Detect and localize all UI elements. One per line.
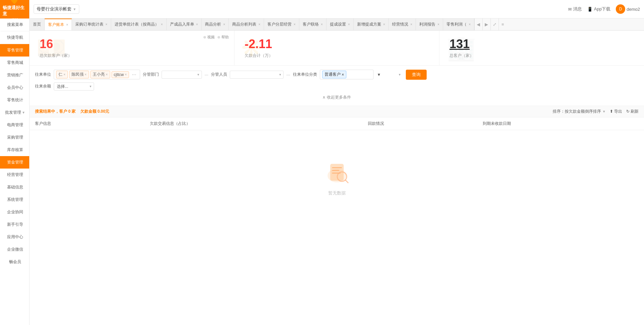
tab-customer-segment[interactable]: 客户分层经营 × — [264, 19, 299, 31]
tab-close-business-status[interactable]: × — [410, 23, 412, 26]
tab-close-product-inbound[interactable]: × — [196, 23, 198, 26]
manager-more-icon[interactable]: ··· — [286, 72, 290, 77]
tab-product-inbound[interactable]: 产成品入库单 × — [167, 19, 202, 31]
tab-close-product-analysis-list[interactable]: × — [258, 23, 260, 26]
unit-tag-wang[interactable]: 王小亮 × — [90, 71, 110, 78]
tab-close-purchase-orders[interactable]: × — [105, 23, 108, 26]
tab-customer-contact[interactable]: 客户联络 × — [299, 19, 327, 31]
sidebar-item-quick-nav[interactable]: 快捷导航 — [0, 31, 29, 44]
empty-state: 暂无数据 — [30, 130, 644, 223]
tab-close-inbound-stats[interactable]: × — [161, 23, 163, 26]
sidebar-item-app-center[interactable]: 应用中心 — [0, 231, 29, 243]
sidebar-item-wholesale-mgmt[interactable]: 批发管理 ▼ — [0, 106, 29, 119]
sidebar-item-new-guide[interactable]: 新手引导 — [0, 218, 29, 231]
sidebar-item-system-mgmt[interactable]: 系统管理 — [0, 193, 29, 206]
logo-text: 畅捷通好生意 — [3, 5, 27, 17]
query-button[interactable]: 查询 — [406, 70, 427, 80]
unit-tag-chen[interactable]: 陈民强 × — [69, 71, 89, 78]
tab-nav-prev[interactable]: ◀ — [474, 19, 482, 31]
sidebar-item-retail-mall[interactable]: 零售商城 — [0, 57, 29, 69]
tab-close-customers[interactable]: × — [66, 23, 68, 27]
tab-customers[interactable]: 客户账本 × — [45, 19, 72, 31]
stat-customers-value: 16 — [40, 37, 224, 51]
page-content: 💴 16 总欠款客户（家） ⊙ 视频 ⊙ 帮助 ❋ -2.11 欠款合计（万） — [30, 31, 644, 325]
export-icon: ⬆ — [610, 109, 613, 114]
unit-input-tags[interactable]: 仁 × 陈民强 × 王小亮 × cjttcw × ··· — [54, 70, 140, 79]
video-link[interactable]: ⊙ 视频 — [203, 35, 215, 40]
tab-menu[interactable]: ≡ — [499, 19, 507, 31]
unit-tag-cjttcw[interactable]: cjttcw × — [112, 71, 129, 78]
table-header-row: 客户信息 欠款交易信息（占比） 回款情况 到期未收款日期 — [30, 117, 644, 130]
refresh-button[interactable]: ↻ 刷新 — [626, 109, 639, 114]
sidebar-item-retail-stats[interactable]: 零售统计 — [0, 94, 29, 106]
sidebar-item-retail-mgmt[interactable]: 零售管理 — [0, 44, 29, 57]
tab-maximize[interactable]: ⤢ — [490, 19, 499, 31]
unit-type-select[interactable]: ▼ — [376, 71, 403, 78]
tab-product-analysis[interactable]: 商品分析 × — [202, 19, 229, 31]
balance-select[interactable]: 选择... — [54, 82, 94, 91]
tab-purchase-orders[interactable]: 采购订单统计表 × — [72, 19, 111, 31]
sidebar-item-ecommerce[interactable]: 电商管理 — [0, 119, 29, 131]
sidebar-item-vip-member[interactable]: 畅会员 — [0, 256, 29, 268]
tab-business-status[interactable]: 经营情况 × — [389, 19, 416, 31]
tab-retail-profit[interactable]: 零售利润（ × — [443, 19, 474, 31]
sidebar-item-marketing[interactable]: 营销推广 — [0, 69, 29, 81]
tab-new-promotion-plan[interactable]: 新增提成方案 × — [354, 19, 389, 31]
customer-type-tag[interactable]: 普通客户 × — [322, 71, 346, 78]
finance-label: 资金管理 — [7, 160, 23, 165]
tab-close-new-promotion-plan[interactable]: × — [383, 23, 385, 26]
sidebar-item-enterprise-collab[interactable]: 企业协同 — [0, 206, 29, 218]
tab-nav-next[interactable]: ▶ — [482, 19, 490, 31]
dept-more-icon[interactable]: ··· — [205, 72, 209, 77]
sidebar-item-finance[interactable]: 资金管理 — [0, 156, 29, 169]
dept-select[interactable] — [162, 71, 202, 79]
members-label: 会员中心 — [7, 85, 23, 90]
results-amount: 0.00元 — [97, 109, 109, 114]
sidebar-item-wechat-biz[interactable]: 企业微信 — [0, 243, 29, 256]
export-button[interactable]: ⬆ 导出 — [610, 109, 622, 114]
stat-amount-value: -2.11 — [245, 37, 429, 51]
sidebar-item-members[interactable]: 会员中心 — [0, 81, 29, 94]
collapse-button[interactable]: ∧ 收起更多条件 — [35, 93, 639, 102]
sort-control[interactable]: 排序：按欠款金额倒序排序 ▼ — [553, 109, 606, 114]
balance-select-wrap: 选择... — [54, 82, 94, 91]
sidebar-item-purchase[interactable]: 采购管理 — [0, 131, 29, 144]
tab-close-customer-contact[interactable]: × — [321, 23, 323, 26]
messages-action[interactable]: ✉ 消息 — [568, 6, 582, 12]
app-download-action[interactable]: 📱 App下载 — [587, 6, 610, 12]
tab-profit-report[interactable]: 利润报告 × — [416, 19, 443, 31]
tab-close-promotion-settings[interactable]: × — [348, 23, 350, 26]
sidebar-item-search[interactable]: 搜索菜单 — [0, 19, 29, 31]
tab-close-product-analysis[interactable]: × — [223, 23, 225, 26]
svg-line-6 — [345, 180, 348, 183]
app-center-label: 应用中心 — [7, 234, 23, 239]
tab-inbound-stats[interactable]: 进货单统计表（按商品） × — [111, 19, 167, 31]
sidebar-item-basic-info[interactable]: 基础信息 — [0, 181, 29, 193]
user-profile[interactable]: D demo2 — [616, 4, 640, 14]
tab-close-profit-report[interactable]: × — [437, 23, 439, 26]
sort-label: 排序：按欠款金额倒序排序 — [553, 109, 601, 114]
account-selector[interactable]: 母婴行业演示帐套 ▼ — [34, 4, 79, 14]
stat-total-value[interactable]: 131 — [449, 37, 634, 51]
results-unit: 家 — [72, 109, 76, 114]
tab-close-customer-segment[interactable]: × — [294, 23, 296, 26]
manager-select[interactable] — [230, 71, 284, 79]
manager-filter-label: 分管人员 — [211, 72, 227, 77]
tab-home[interactable]: 首页 — [30, 19, 45, 31]
retail-stats-label: 零售统计 — [7, 98, 23, 102]
tab-close-retail-profit[interactable]: × — [469, 23, 471, 26]
filter-row-2: 往来余额 选择... — [35, 82, 639, 91]
help-link[interactable]: ⊙ 帮助 — [217, 35, 229, 40]
search-nav-label: 搜索菜单 — [7, 22, 23, 27]
sidebar-item-operations[interactable]: 经营管理 — [0, 169, 29, 181]
unit-tag-ren[interactable]: 仁 × — [56, 71, 68, 78]
results-count: 0 — [68, 109, 71, 114]
table-header: 客户信息 欠款交易信息（占比） 回款情况 到期未收款日期 — [30, 117, 644, 130]
more-tags-btn[interactable]: ··· — [130, 71, 137, 78]
results-amount-label: 欠款金额 — [80, 109, 96, 114]
tab-product-analysis-list[interactable]: 商品分析列表 × — [229, 19, 264, 31]
tab-promotion-settings[interactable]: 提成设置 × — [327, 19, 354, 31]
account-selector-label: 母婴行业演示帐套 — [37, 6, 72, 12]
sidebar-item-inventory[interactable]: 库存核算 — [0, 144, 29, 156]
unit-type-input[interactable]: 普通客户 × — [320, 70, 374, 79]
